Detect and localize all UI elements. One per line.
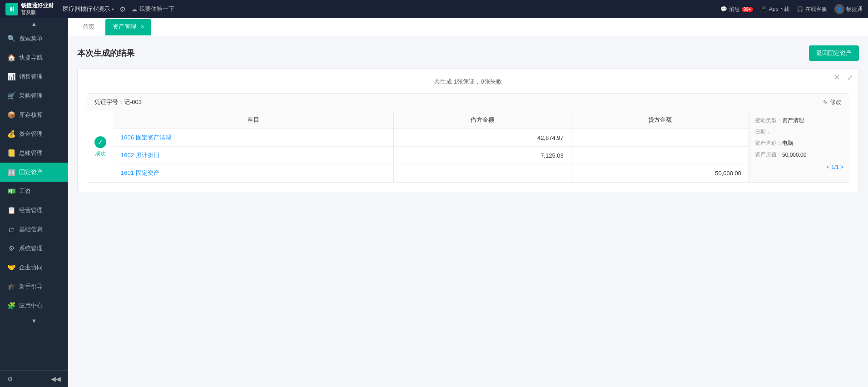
success-indicator: ✓ 成功 (87, 111, 114, 182)
experience-button[interactable]: ☁ 我要体验一下 (131, 5, 174, 13)
sidebar-item-system[interactable]: ⚙ 系统管理 (0, 239, 68, 258)
col-header-subject: 科目 (114, 111, 393, 129)
settings-icon[interactable]: ⚙ (119, 5, 126, 14)
tab-close-icon[interactable]: × (141, 23, 144, 30)
messages-label: 消息 (729, 5, 740, 13)
sidebar-bottom: ⚙ ◀◀ (0, 370, 68, 387)
logo-area: 财 畅捷通好业财 普及版 (5, 2, 54, 16)
sidebar-item-appstore[interactable]: 🧩 应用中心 (0, 296, 68, 315)
debit-cell-2: 7,125.03 (393, 147, 571, 164)
messages-button[interactable]: 💬 消息 99+ (720, 5, 753, 13)
sidebar-label-purchase: 采购管理 (19, 92, 43, 100)
tab-bar: 首页 资产管理 × (68, 18, 868, 36)
sidebar-scroll-down[interactable]: ▼ (0, 315, 68, 326)
edit-label: 修改 (830, 98, 842, 106)
fixed-assets-icon: 🏢 (7, 168, 15, 176)
sales-icon: 📊 (7, 73, 15, 81)
table-row: 1602 累计折旧 7,125.03 (114, 147, 749, 164)
sidebar-label-system: 系统管理 (19, 244, 43, 253)
user-profile[interactable]: 👤 畅捷通 (834, 4, 863, 14)
settings-bottom-icon[interactable]: ⚙ (7, 375, 13, 382)
payroll-icon: 💵 (7, 187, 15, 195)
sidebar-scroll-up[interactable]: ▲ (0, 18, 68, 29)
sidebar-item-finance[interactable]: 💰 资金管理 (0, 124, 68, 144)
logo-text: 畅捷通好业财 (21, 2, 54, 10)
table-row: 1601 固定资产 50,000.00 (114, 164, 749, 182)
credit-cell-2 (571, 147, 749, 164)
expand-panel-button[interactable]: ⤢ (845, 72, 855, 83)
debit-cell-3 (393, 164, 571, 182)
sidebar-item-purchase[interactable]: 🛒 采购管理 (0, 86, 68, 105)
home-icon: 🏠 (7, 54, 15, 62)
tab-assets-mgmt[interactable]: 资产管理 × (105, 19, 151, 35)
headset-icon: 🎧 (797, 6, 804, 12)
pagination: < 1/1 > (755, 164, 843, 170)
sidebar-item-fixed-assets[interactable]: 🏢 固定资产 (0, 163, 68, 182)
sidebar-item-cooperation[interactable]: 🤝 企业协同 (0, 258, 68, 277)
subject-cell-2: 1602 累计折旧 (114, 147, 393, 164)
logo-icon: 财 (5, 3, 18, 15)
sidebar-label-search: 搜索菜单 (19, 35, 43, 43)
voucher-table-area: 科目 借方金额 贷方金额 1606 固定资产清理 42,874.97 (114, 111, 749, 182)
main-layout: ▲ 🔍 搜索菜单 🏠 快捷导航 📊 销售管理 🛒 采购管理 📦 库存核算 💰 资… (0, 18, 868, 387)
edit-button[interactable]: ✎ 修改 (823, 98, 842, 106)
sidebar-item-operations[interactable]: 📋 经营管理 (0, 201, 68, 220)
date-label: 日期： (755, 128, 780, 136)
purchase-icon: 🛒 (7, 92, 15, 100)
app-download-label: App下载 (769, 5, 789, 13)
success-checkmark-icon: ✓ (94, 136, 106, 148)
sidebar-item-ledger[interactable]: 📒 总账管理 (0, 144, 68, 163)
app-download-button[interactable]: 📱 App下载 (760, 5, 789, 13)
sidebar-label-guide: 新手引导 (19, 283, 43, 291)
sidebar-item-inventory[interactable]: 📦 库存核算 (0, 105, 68, 124)
voucher-table: 科目 借方金额 贷方金额 1606 固定资产清理 42,874.97 (114, 111, 749, 182)
prev-page-icon[interactable]: < (827, 164, 830, 170)
change-type-label: 变动类型： (755, 117, 782, 124)
messages-badge: 99+ (742, 7, 753, 12)
sidebar-label-ledger: 总账管理 (19, 149, 43, 157)
ledger-icon: 📒 (7, 149, 15, 157)
subject-cell-1: 1606 固定资产清理 (114, 129, 393, 147)
page-title: 本次生成的结果 (77, 48, 134, 59)
cloud-icon: ☁ (131, 6, 137, 13)
sidebar-label-cooperation: 企业协同 (19, 263, 43, 272)
sidebar-item-sales[interactable]: 📊 销售管理 (0, 67, 68, 86)
sidebar-label-appstore: 应用中心 (19, 302, 43, 310)
asset-name-value: 电脑 (782, 139, 793, 147)
sidebar-item-guide[interactable]: 🎓 新手引导 (0, 277, 68, 296)
result-summary: 共生成 1张凭证，0张失败 (87, 78, 849, 86)
page-indicator: 1/1 (831, 164, 840, 170)
operations-icon: 📋 (7, 206, 15, 214)
sidebar-label-basics: 基础信息 (19, 225, 43, 233)
page-content: 本次生成的结果 返回固定资产 ✕ ⤢ 共生成 1张凭证，0张失败 凭证字号：记-… (68, 36, 868, 387)
tab-home-label: 首页 (83, 23, 94, 30)
tab-home[interactable]: 首页 (75, 19, 102, 35)
info-row-date: 日期： (755, 128, 843, 136)
close-panel-button[interactable]: ✕ (832, 72, 842, 83)
top-header: 财 畅捷通好业财 普及版 医疗器械行业演示 ▾ ⚙ ☁ 我要体验一下 💬 消息 … (0, 0, 868, 18)
sidebar-item-search[interactable]: 🔍 搜索菜单 (0, 29, 68, 48)
user-name: 畅捷通 (846, 5, 863, 13)
sidebar-item-payroll[interactable]: 💵 工资 (0, 182, 68, 201)
edit-icon: ✎ (823, 99, 828, 106)
message-icon: 💬 (720, 6, 727, 12)
sidebar-item-quicknav[interactable]: 🏠 快捷导航 (0, 48, 68, 67)
col-header-debit: 借方金额 (393, 111, 571, 129)
return-button[interactable]: 返回固定资产 (809, 45, 859, 61)
original-value-label: 资产原值： (755, 151, 782, 159)
collapse-icon[interactable]: ◀◀ (51, 375, 61, 382)
logo-subtitle: 普及版 (21, 9, 54, 16)
next-page-icon[interactable]: > (840, 164, 843, 170)
table-row: 1606 固定资产清理 42,874.97 (114, 129, 749, 147)
company-selector[interactable]: 医疗器械行业演示 ▾ (63, 5, 114, 13)
avatar: 👤 (834, 4, 844, 14)
cooperation-icon: 🤝 (7, 263, 15, 272)
credit-cell-1 (571, 129, 749, 147)
sidebar-label-inventory: 库存核算 (19, 111, 43, 119)
sidebar-label-fixed-assets: 固定资产 (19, 168, 43, 176)
company-name: 医疗器械行业演示 (63, 5, 110, 13)
sidebar-label-finance: 资金管理 (19, 130, 43, 138)
page-header: 本次生成的结果 返回固定资产 (77, 45, 859, 61)
sidebar-item-basics[interactable]: 🗂 基础信息 (0, 220, 68, 239)
online-service-button[interactable]: 🎧 在线客服 (797, 5, 827, 13)
